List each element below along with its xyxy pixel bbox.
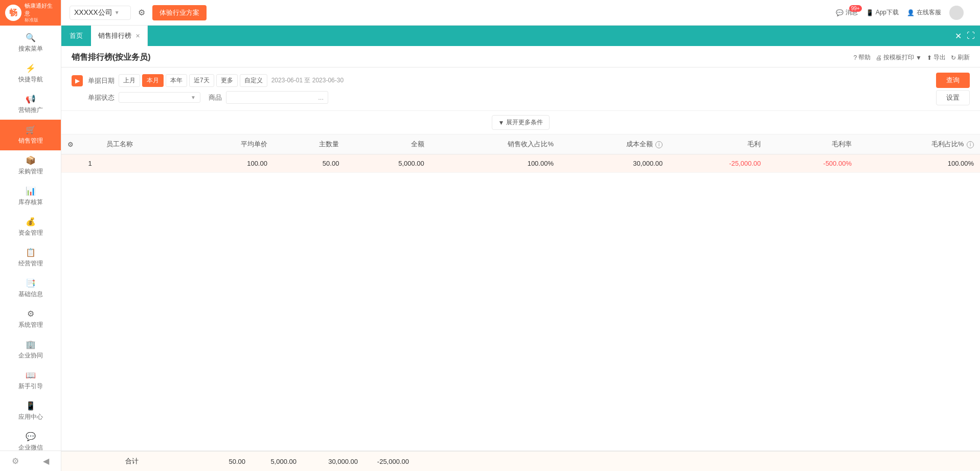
tab-sales-ranking[interactable]: 销售排行榜 ✕: [91, 26, 148, 46]
row-employee: [100, 154, 187, 173]
setting-button[interactable]: 设置: [936, 90, 970, 105]
company-selector[interactable]: XXXXX公司 ▼: [70, 6, 131, 20]
date-btn-本年[interactable]: 本年: [166, 74, 187, 87]
message-button[interactable]: 💬 消息 99+: [836, 8, 858, 17]
sidebar-item-wechat[interactable]: 💬企业微信: [0, 427, 61, 451]
sidebar-item-sales[interactable]: 🛒销售管理: [0, 120, 61, 150]
query-button[interactable]: 查询: [936, 73, 970, 88]
sidebar-item-label: 资金管理: [18, 229, 43, 237]
sidebar-item-quick-nav[interactable]: ⚡快捷导航: [0, 58, 61, 89]
sidebar-item-operations[interactable]: 📋经营管理: [0, 242, 61, 273]
operations-icon: 📋: [26, 248, 36, 257]
date-buttons: 上月本月本年近7天更多自定义: [119, 74, 267, 87]
tab-home[interactable]: 首页: [61, 26, 91, 46]
sidebar-item-label: 采购管理: [18, 167, 43, 176]
col-gross-ratio: 毛利占比% i: [858, 134, 980, 154]
trial-button[interactable]: 体验行业方案: [152, 5, 207, 20]
footer-total-label: 合计: [67, 457, 200, 466]
sales-table: ⚙ 员工名称 平均单价 主数量 全额 销售收入占比% 成本全额 i 毛利 毛利率: [61, 134, 980, 173]
sidebar-item-label: 快捷导航: [18, 75, 43, 84]
goods-more-icon: ...: [318, 94, 324, 101]
wechat-icon: 💬: [26, 432, 36, 441]
table-header-row: ⚙ 员工名称 平均单价 主数量 全额 销售收入占比% 成本全额 i 毛利 毛利率: [61, 134, 980, 154]
date-btn-本月[interactable]: 本月: [142, 74, 164, 87]
sidebar-item-app-center[interactable]: 📱应用中心: [0, 396, 61, 427]
date-btn-更多[interactable]: 更多: [216, 74, 238, 87]
cost-info-icon[interactable]: i: [655, 141, 663, 148]
goods-input[interactable]: ...: [226, 91, 328, 104]
sidebar-item-marketing[interactable]: 📢营销推广: [0, 89, 61, 120]
app-download-button[interactable]: 📱 App下载: [866, 8, 899, 17]
service-button[interactable]: 👤 在线客服: [907, 8, 941, 17]
col-quantity: 主数量: [274, 134, 345, 154]
company-name: XXXXX公司: [74, 8, 112, 17]
message-badge: 99+: [849, 5, 862, 12]
col-rank: [80, 134, 100, 154]
date-btn-近7天[interactable]: 近7天: [189, 74, 214, 87]
user-avatar[interactable]: [949, 6, 964, 20]
enterprise-icon: 🏢: [26, 340, 36, 349]
sidebar-item-label: 企业协同: [18, 351, 43, 360]
footer-amount: 5,000.00: [252, 458, 303, 465]
inventory-icon: 📊: [26, 186, 36, 196]
content-area: 销售排行榜(按业务员) ? 帮助 🖨 按模板打印 ▼ ⬆ 导出: [61, 46, 980, 471]
col-avg-price: 平均单价: [187, 134, 273, 154]
template-print-button[interactable]: 🖨 按模板打印 ▼: [876, 53, 922, 62]
expand-row: ▼ 展开更多条件: [61, 111, 980, 134]
guide-icon: 📖: [26, 370, 36, 380]
footer-cost: 30,000.00: [303, 458, 364, 465]
tab-close-icon[interactable]: ✕: [135, 33, 140, 39]
col-sales-ratio: 销售收入占比%: [430, 134, 560, 154]
tab-active-label: 销售排行榜: [98, 31, 131, 40]
date-filter-label: 单据日期: [88, 76, 115, 85]
sidebar-item-guide[interactable]: 📖新手引导: [0, 365, 61, 396]
gross-ratio-info-icon[interactable]: i: [967, 141, 974, 148]
sidebar-item-label: 库存核算: [18, 198, 43, 207]
row-rank: 1: [80, 154, 100, 173]
sidebar: 畅 畅康通好生意 标准版 🔍搜索菜单⚡快捷导航📢营销推广🛒销售管理📦采购管理📊库…: [0, 0, 61, 471]
sidebar-nav: 🔍搜索菜单⚡快捷导航📢营销推广🛒销售管理📦采购管理📊库存核算💰资金管理📋经营管理…: [0, 26, 61, 451]
sidebar-item-purchase[interactable]: 📦采购管理: [0, 150, 61, 181]
col-cost: 成本全额 i: [560, 134, 669, 154]
help-link[interactable]: ? 帮助: [853, 53, 871, 62]
service-icon: 👤: [907, 9, 915, 16]
date-btn-上月[interactable]: 上月: [119, 74, 140, 87]
search-icon: 🔍: [26, 33, 36, 42]
status-dropdown-icon: ▼: [191, 95, 196, 100]
col-settings[interactable]: ⚙: [61, 134, 80, 154]
filter-collapse-btn[interactable]: ▶: [72, 75, 83, 86]
row-avg-price: 100.00: [187, 154, 273, 173]
app-icon: 📱: [866, 9, 874, 16]
system-icon: ⚙: [27, 309, 34, 319]
sidebar-bottom: ⚙ ◀: [0, 451, 61, 471]
refresh-button[interactable]: ↻ 刷新: [951, 53, 970, 62]
help-icon: ?: [853, 54, 857, 61]
topbar-settings-icon[interactable]: ⚙: [138, 8, 145, 17]
date-btn-自定义[interactable]: 自定义: [240, 74, 267, 87]
sidebar-item-label: 应用中心: [18, 413, 43, 421]
page-header: 销售排行榜(按业务员) ? 帮助 🖨 按模板打印 ▼ ⬆ 导出: [61, 46, 980, 68]
page-title-row: 销售排行榜(按业务员) ? 帮助 🖨 按模板打印 ▼ ⬆ 导出: [72, 52, 970, 67]
tab-expand-icon[interactable]: ⛶: [967, 31, 975, 40]
sidebar-item-system[interactable]: ⚙系统管理: [0, 304, 61, 334]
sidebar-collapse-icon[interactable]: ◀: [43, 456, 49, 466]
expand-conditions-btn[interactable]: ▼ 展开更多条件: [492, 115, 550, 130]
tab-close-window-icon[interactable]: ✕: [955, 31, 962, 41]
print-dropdown-icon: ▼: [916, 54, 922, 61]
sidebar-settings-icon[interactable]: ⚙: [12, 456, 19, 466]
quick-nav-icon: ⚡: [26, 63, 36, 73]
date-range-text: 2023-06-01 至 2023-06-30: [271, 76, 344, 85]
row-sales-ratio: 100.00%: [430, 154, 560, 173]
sidebar-item-inventory[interactable]: 📊库存核算: [0, 181, 61, 212]
sidebar-item-basic-info[interactable]: 📑基础信息: [0, 273, 61, 304]
table-row: 1 100.00 50.00 5,000.00 100.00% 30,000.0…: [61, 154, 980, 173]
logo-text: 畅康通好生意 标准版: [25, 2, 56, 24]
export-button[interactable]: ⬆ 导出: [927, 53, 946, 62]
col-gross: 毛利: [669, 134, 767, 154]
message-icon: 💬: [836, 9, 844, 16]
sidebar-item-finance[interactable]: 💰资金管理: [0, 212, 61, 242]
status-select[interactable]: ▼: [119, 92, 200, 103]
sidebar-item-search[interactable]: 🔍搜索菜单: [0, 28, 61, 58]
col-employee: 员工名称: [100, 134, 187, 154]
sidebar-item-enterprise[interactable]: 🏢企业协同: [0, 334, 61, 365]
